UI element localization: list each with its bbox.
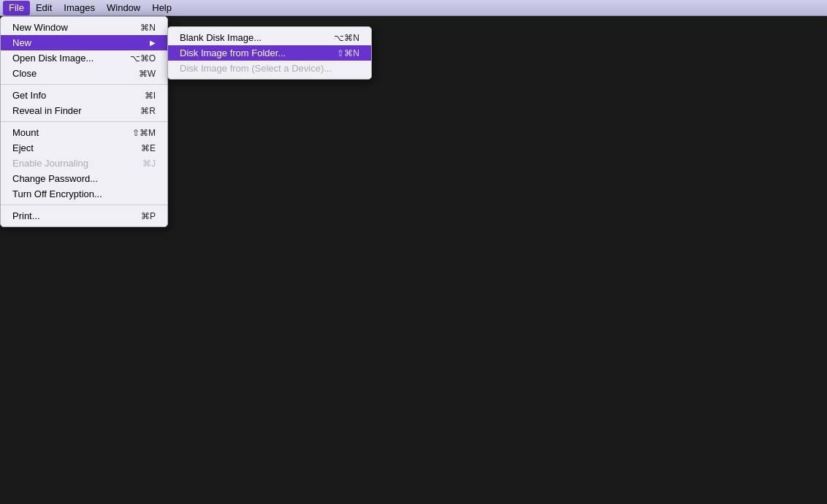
menu-item-new-window[interactable]: New Window ⌘N: [1, 20, 167, 35]
menu-item-reveal-in-finder[interactable]: Reveal in Finder ⌘R: [1, 103, 167, 118]
menu-item-turn-off-encryption[interactable]: Turn Off Encryption...: [1, 186, 167, 202]
menubar-help[interactable]: Help: [146, 1, 178, 15]
menu-item-close[interactable]: Close ⌘W: [1, 66, 167, 81]
menubar-file[interactable]: File: [3, 1, 30, 15]
menu-item-eject[interactable]: Eject ⌘E: [1, 140, 167, 156]
submenu-item-blank-disk-image[interactable]: Blank Disk Image... ⌥⌘N: [168, 30, 371, 45]
new-submenu: Blank Disk Image... ⌥⌘N Disk Image from …: [167, 26, 372, 80]
menu-item-get-info[interactable]: Get Info ⌘I: [1, 88, 167, 103]
menubar-edit[interactable]: Edit: [30, 1, 58, 15]
menu-item-change-password[interactable]: Change Password...: [1, 171, 167, 186]
menu-item-enable-journaling: Enable Journaling ⌘J: [1, 156, 167, 171]
menu-item-open-disk-image[interactable]: Open Disk Image... ⌥⌘O: [1, 50, 167, 66]
submenu-item-disk-image-from-device: Disk Image from (Select a Device)...: [168, 61, 371, 76]
menubar-images[interactable]: Images: [58, 1, 101, 15]
submenu-arrow-icon: ▶: [150, 39, 156, 47]
menu-item-print[interactable]: Print... ⌘P: [1, 208, 167, 224]
menu-item-mount[interactable]: Mount ⇧⌘M: [1, 125, 167, 140]
menu-item-new[interactable]: New ▶: [1, 35, 167, 50]
separator-2: [1, 121, 167, 122]
menubar: File Edit Images Window Help: [0, 0, 827, 16]
separator-3: [1, 205, 167, 205]
separator-1: [1, 84, 167, 85]
file-dropdown: New Window ⌘N New ▶ Open Disk Image... ⌥…: [0, 16, 168, 227]
menubar-window[interactable]: Window: [101, 1, 146, 15]
submenu-item-disk-image-from-folder[interactable]: Disk Image from Folder... ⇧⌘N: [168, 45, 371, 61]
